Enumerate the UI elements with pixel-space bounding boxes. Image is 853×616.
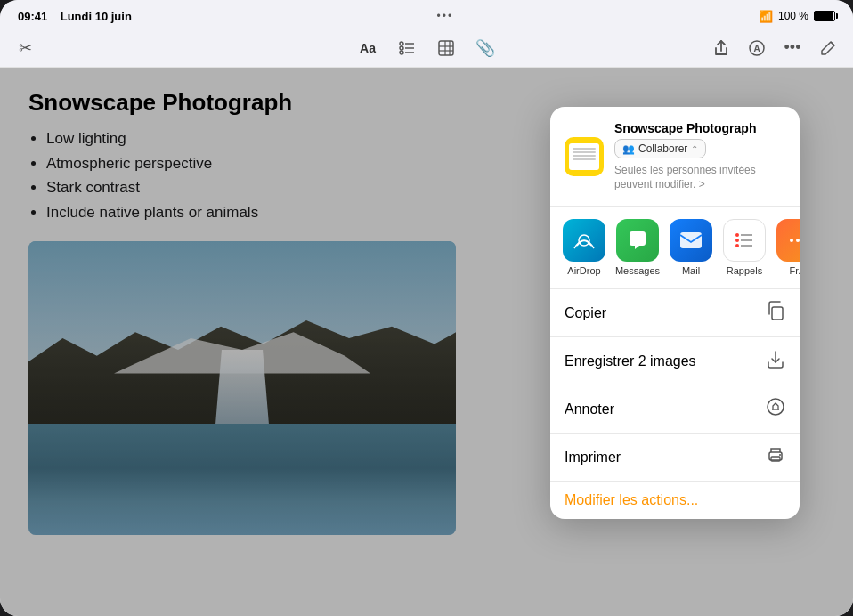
table-icon[interactable] xyxy=(435,37,457,59)
person-icon: 👥 xyxy=(622,143,635,155)
svg-point-21 xyxy=(790,239,793,242)
rappels-app[interactable]: Rappels xyxy=(721,219,768,276)
share-sheet: Snowscape Photograph 👥 Collaborer ⌃ Seul… xyxy=(550,107,800,519)
mail-icon xyxy=(670,219,712,262)
battery-fill xyxy=(815,12,833,20)
airdrop-app[interactable]: AirDrop xyxy=(561,219,607,276)
annotate-action[interactable]: Annoter xyxy=(550,385,800,434)
copy-icon xyxy=(766,301,785,325)
share-icon[interactable] xyxy=(711,37,732,59)
mail-label: Mail xyxy=(682,265,700,276)
svg-rect-14 xyxy=(680,232,702,248)
more-app-icon xyxy=(776,219,800,262)
share-collab-row: 👥 Collaborer ⌃ xyxy=(614,139,785,158)
copy-label: Copier xyxy=(565,305,606,321)
modify-actions[interactable]: Modifier les actions... xyxy=(550,482,800,519)
share-note-icon-inner xyxy=(569,143,599,170)
rappels-icon xyxy=(723,219,766,262)
modify-label: Modifier les actions... xyxy=(565,492,698,507)
airdrop-label: AirDrop xyxy=(567,265,600,276)
svg-point-17 xyxy=(735,239,739,242)
svg-text:A: A xyxy=(753,44,760,53)
scissors-icon[interactable]: ✂ xyxy=(14,37,36,59)
checklist-icon[interactable] xyxy=(396,37,418,59)
toolbar: ✂ Aa xyxy=(0,28,853,68)
share-apps-row: AirDrop Messages xyxy=(550,207,800,289)
svg-rect-24 xyxy=(772,307,783,320)
status-bar: 09:41 Lundi 10 juin ••• 📶 100 % xyxy=(0,0,853,28)
edit-icon[interactable] xyxy=(817,37,839,59)
date: Lundi 10 juin xyxy=(61,10,132,23)
save-images-action[interactable]: Enregistrer 2 images xyxy=(550,337,800,385)
share-note-title: Snowscape Photograph xyxy=(614,121,785,135)
airdrop-icon xyxy=(563,219,605,262)
more-app[interactable]: Fr... xyxy=(775,219,800,276)
save-icon xyxy=(766,349,785,373)
more-options-icon[interactable]: ••• xyxy=(782,37,803,59)
annotate-label: Annoter xyxy=(565,401,614,417)
save-images-label: Enregistrer 2 images xyxy=(565,353,696,369)
permissions-link[interactable]: > xyxy=(699,178,705,190)
share-header: Snowscape Photograph 👥 Collaborer ⌃ Seul… xyxy=(550,107,800,207)
main-content: Snowscape Photograph Low lighting Atmosp… xyxy=(0,68,853,616)
svg-rect-6 xyxy=(439,41,453,55)
format-text-icon[interactable]: Aa xyxy=(357,37,378,59)
share-note-icon xyxy=(565,137,604,176)
print-icon xyxy=(766,445,785,469)
time: 09:41 xyxy=(18,10,47,23)
svg-point-22 xyxy=(796,239,800,242)
print-action[interactable]: Imprimer xyxy=(550,434,800,482)
wifi-icon: 📶 xyxy=(759,10,773,23)
permissions-text: Seules les personnes invitées peuvent mo… xyxy=(614,164,756,190)
svg-point-29 xyxy=(779,454,781,456)
svg-point-25 xyxy=(768,399,784,415)
toolbar-right: A ••• xyxy=(564,37,839,59)
copy-action[interactable]: Copier xyxy=(550,289,800,337)
battery-text: 100 % xyxy=(778,10,808,22)
messages-icon xyxy=(616,219,659,262)
toolbar-center: Aa 📎 xyxy=(289,37,565,59)
more-app-label: Fr... xyxy=(790,265,800,276)
toolbar-left: ✂ xyxy=(14,37,289,59)
share-permissions: Seules les personnes invitées peuvent mo… xyxy=(614,164,785,191)
collaborate-label: Collaborer xyxy=(638,142,687,155)
rappels-label: Rappels xyxy=(727,265,762,276)
ipad-frame: 09:41 Lundi 10 juin ••• 📶 100 % ✂ Aa xyxy=(0,0,853,616)
share-header-info: Snowscape Photograph 👥 Collaborer ⌃ Seul… xyxy=(614,121,785,191)
svg-point-1 xyxy=(400,46,403,50)
svg-point-2 xyxy=(400,51,403,54)
attachment-icon[interactable]: 📎 xyxy=(475,37,496,59)
chevron-icon: ⌃ xyxy=(691,144,698,154)
messages-label: Messages xyxy=(615,265,660,276)
svg-point-15 xyxy=(735,233,739,237)
status-right: 📶 100 % xyxy=(759,10,835,23)
mail-app[interactable]: Mail xyxy=(668,219,714,276)
collaborate-select[interactable]: 👥 Collaborer ⌃ xyxy=(614,139,706,158)
status-time: 09:41 Lundi 10 juin xyxy=(18,10,132,23)
status-dots: ••• xyxy=(437,10,454,22)
print-label: Imprimer xyxy=(565,450,621,466)
battery-icon xyxy=(814,11,835,21)
svg-point-19 xyxy=(735,244,739,247)
messages-app[interactable]: Messages xyxy=(614,219,661,276)
markup-icon[interactable]: A xyxy=(746,37,768,59)
annotate-icon xyxy=(766,397,785,421)
svg-point-0 xyxy=(400,42,403,45)
